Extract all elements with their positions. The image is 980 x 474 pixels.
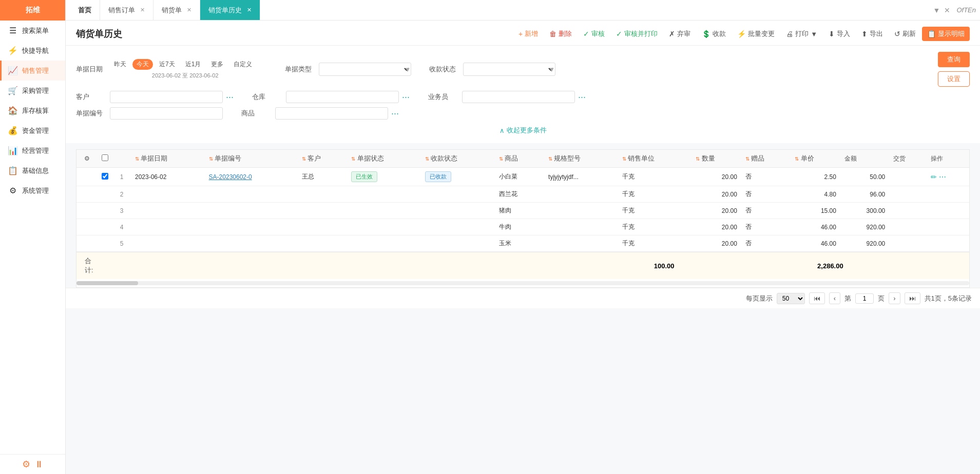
tab-sales-history-close[interactable]: ✕ [247,7,252,13]
customer-input[interactable] [110,91,223,103]
date-tab-today[interactable]: 今天 [132,59,153,70]
refresh-button[interactable]: ↺ 刷新 [889,27,921,41]
filter-staff: 业务员 ··· [428,91,586,103]
col-unit[interactable]: ⇅ 销售单位 [618,150,692,168]
col-date[interactable]: ⇅ 单据日期 [131,150,205,168]
scrollbar-track[interactable] [76,281,969,285]
row-doc-status [347,219,421,235]
row-check[interactable] [97,186,112,203]
row-receipt-status [421,186,495,203]
doc-type-select[interactable] [319,63,411,76]
customer-more-icon[interactable]: ··· [226,92,234,102]
table-scroll[interactable]: ⚙ ⇅ 单据日期 ⇅ [76,150,969,252]
sidebar-item-quick-nav[interactable]: ⚡ 快捷导航 [0,41,65,61]
row-doc-no[interactable] [205,219,298,235]
staff-more-icon[interactable]: ··· [578,92,586,102]
sidebar-item-sales[interactable]: 📈 销售管理 [0,61,65,81]
warehouse-more-icon[interactable]: ··· [402,92,410,102]
staff-input[interactable] [462,91,575,103]
scrollbar-thumb[interactable] [76,281,138,285]
col-receipt-status[interactable]: ⇅ 收款状态 [421,150,495,168]
row-date [131,235,205,252]
set-button[interactable]: 设置 [938,71,970,87]
query-button[interactable]: 查询 [938,52,970,67]
col-doc-no[interactable]: ⇅ 单据编号 [205,150,298,168]
date-tab-7days[interactable]: 近7天 [155,59,179,70]
receipt-status-select[interactable] [463,63,555,76]
col-product[interactable]: ⇅ 商品 [495,150,545,168]
sidebar-item-purchase[interactable]: 🛒 采购管理 [0,81,65,101]
tab-bar-expand-icon[interactable]: ▼ [933,6,940,14]
date-tab-custom[interactable]: 自定义 [229,59,256,70]
receive-button[interactable]: 💲 收款 [697,27,731,41]
col-price[interactable]: ⇅ 单价 [791,150,840,168]
tab-sales-order-close[interactable]: ✕ [140,7,145,13]
date-tab-1month[interactable]: 近1月 [181,59,205,70]
doc-no-link[interactable]: SA-20230602-0 [209,173,252,181]
new-button[interactable]: + 新增 [513,27,543,41]
select-all-checkbox[interactable] [102,154,108,161]
collapse-button[interactable]: ∧ 收起更多条件 [76,124,970,137]
next-page-button[interactable]: › [889,292,900,304]
row-gift: 否 [741,168,791,186]
export-button[interactable]: ⬆ 导出 [856,27,888,41]
row-check[interactable] [97,219,112,235]
receipt-status-label: 收款状态 [429,65,460,74]
show-details-button[interactable]: 📋 显示明细 [922,27,970,41]
import-button[interactable]: ⬇ 导入 [823,27,855,41]
batch-change-button[interactable]: ⚡ 批量变更 [732,27,780,41]
audit-print-button[interactable]: ✓ 审核并打印 [611,27,663,41]
table-row: 2 西兰花 千克 20.00 否 4.80 96.00 [76,186,969,203]
col-doc-status[interactable]: ⇅ 单据状态 [347,150,421,168]
more-action-icon[interactable]: ⋯ [939,173,946,181]
row-doc-no[interactable] [205,186,298,203]
row-check[interactable] [97,168,112,186]
col-settings[interactable]: ⚙ [76,150,97,168]
warehouse-label: 仓库 [252,92,283,102]
col-gift[interactable]: ⇅ 赠品 [741,150,791,168]
date-tab-yesterday[interactable]: 昨天 [110,59,130,70]
first-page-button[interactable]: ⏮ [809,292,825,304]
sidebar-item-inventory[interactable]: 🏠 库存核算 [0,101,65,121]
row-check[interactable] [97,203,112,219]
sidebar-item-finance[interactable]: 💰 资金管理 [0,121,65,141]
tab-sales-history[interactable]: 销货单历史 ✕ [200,0,260,20]
sidebar-item-search[interactable]: ☰ 搜索菜单 [0,21,65,41]
date-tab-more[interactable]: 更多 [207,59,227,70]
doc-no-input[interactable] [110,107,223,120]
page-number-input[interactable] [855,293,874,304]
tab-bar-close-all-icon[interactable]: ✕ [944,6,950,14]
print-button[interactable]: 🖨 打印 ▼ [781,27,822,41]
last-page-button[interactable]: ⏭ [905,292,920,304]
page-size-select[interactable]: 50 100 200 [777,293,805,304]
warehouse-input[interactable] [286,91,399,103]
tab-sales-delivery[interactable]: 销货单 ✕ [153,0,200,20]
delete-button[interactable]: 🗑 删除 [544,27,577,41]
col-customer[interactable]: ⇅ 客户 [298,150,348,168]
sidebar-item-basic-info[interactable]: 📋 基础信息 [0,161,65,181]
row-doc-no[interactable]: SA-20230602-0 [205,168,298,186]
row-checkbox[interactable] [102,173,108,180]
row-doc-no[interactable] [205,235,298,252]
product-input[interactable] [275,107,388,120]
edit-action-icon[interactable]: ✏ [931,173,937,181]
row-action [927,235,969,252]
product-more-icon[interactable]: ··· [391,109,399,118]
tab-sales-delivery-close[interactable]: ✕ [187,7,191,13]
sidebar-item-operations[interactable]: 📊 经营管理 [0,141,65,161]
date-label: 单据日期 [76,65,107,74]
row-date [131,186,205,203]
sidebar-pause-icon[interactable]: ⏸ [34,459,44,470]
row-check[interactable] [97,235,112,252]
row-doc-status [347,235,421,252]
prev-page-button[interactable]: ‹ [829,292,840,304]
abandon-button[interactable]: ✗ 弃审 [664,27,696,41]
col-qty[interactable]: ⇅ 数量 [691,150,741,168]
audit-button[interactable]: ✓ 审核 [578,27,610,41]
row-doc-no[interactable] [205,203,298,219]
sidebar-settings-icon[interactable]: ⚙ [22,459,30,470]
sidebar-item-system[interactable]: ⚙ 系统管理 [0,181,65,201]
tab-home[interactable]: 首页 [70,0,100,20]
col-spec[interactable]: ⇅ 规格型号 [544,150,618,168]
tab-sales-order[interactable]: 销售订单 ✕ [100,0,153,20]
